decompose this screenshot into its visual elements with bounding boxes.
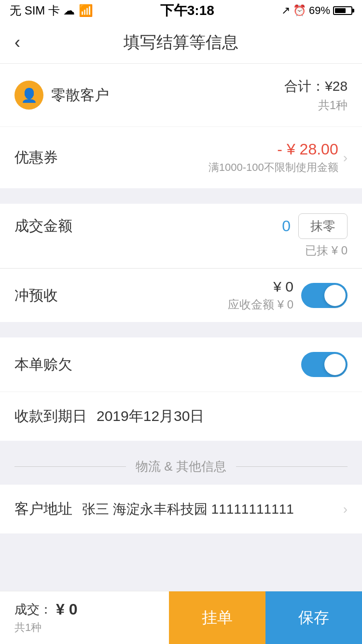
save-button[interactable]: 保存 [265,591,362,644]
status-time: 下午3:18 [160,1,214,20]
due-date-value: 2019年12月30日 [97,406,204,426]
prepay-toggle-knob [324,285,346,306]
prepay-right: ¥ 0 应收金额 ¥ 0 [228,279,348,312]
coupon-chevron-icon: › [343,150,348,166]
page-title: 填写结算等信息 [124,31,238,54]
deal-top-line: 成交金额 0 抹零 [14,213,348,239]
address-label: 客户地址 [14,499,72,519]
prepay-main: ¥ 0 [228,279,293,295]
debit-toggle-knob [324,354,346,375]
debit-label: 本单赊欠 [14,355,72,375]
section-divider-2 [0,330,362,337]
battery-percent: 69% [309,4,330,17]
customer-right: 合计：¥28 共1种 [284,77,348,113]
battery-body [333,6,352,15]
prepay-sub: 应收金额 ¥ 0 [228,297,293,312]
coupon-amount: - ¥ 28.00 [209,140,338,158]
coupon-desc: 满1000-100不限制使用金额 [209,160,338,175]
due-date-row[interactable]: 收款到期日 2019年12月30日 [0,392,362,441]
prepay-top: 冲预收 ¥ 0 应收金额 ¥ 0 [14,279,348,312]
address-value: 张三 海淀永丰科技园 11111111111 [82,500,343,518]
status-left: 无 SIM 卡 ☁ 📶 [10,3,93,18]
prepay-label: 冲预收 [14,286,58,306]
battery-fill [335,8,346,13]
prepay-toggle[interactable] [301,283,348,308]
customer-section: 👤 零散客户 合计：¥28 共1种 优惠券 - ¥ 28.00 满1000-10… [0,64,362,188]
content: 👤 零散客户 合计：¥28 共1种 优惠券 - ¥ 28.00 满1000-10… [0,64,362,599]
logistics-label: 物流 & 其他信息 [136,458,226,475]
status-bar: 无 SIM 卡 ☁ 📶 下午3:18 ↗ ⏰ 69% [0,0,362,21]
coupon-right: - ¥ 28.00 满1000-100不限制使用金额 › [209,140,348,175]
address-row[interactable]: 客户地址 张三 海淀永丰科技园 11111111111 › [0,485,362,533]
wifi-icon: 📶 [79,4,93,17]
sim-label: 无 SIM 卡 ☁ [10,3,75,18]
suspend-button[interactable]: 挂单 [169,591,265,644]
deal-amount-row: 成交金额 0 抹零 已抹 ¥ 0 [0,204,362,268]
deal-amount-right: 0 抹零 [282,213,348,239]
section-divider-1 [0,196,362,204]
bottom-deal-row: 成交： ¥ 0 [14,601,154,618]
due-date-label: 收款到期日 [14,406,87,426]
debit-toggle[interactable] [301,352,348,377]
prepay-values: ¥ 0 应收金额 ¥ 0 [228,279,293,312]
deal-sub: 已抹 ¥ 0 [14,243,348,258]
customer-row[interactable]: 👤 零散客户 合计：¥28 共1种 [0,64,362,126]
deal-amount-value[interactable]: 0 [282,217,291,235]
bottom-count: 共1种 [14,620,154,635]
coupon-info: - ¥ 28.00 满1000-100不限制使用金额 [209,140,338,175]
deal-amount-label: 成交金额 [14,216,72,236]
alarm-icon: ⏰ [293,4,306,17]
customer-left: 👤 零散客户 [14,81,109,110]
logistics-line-right [236,466,348,467]
debit-section: 本单赊欠 收款到期日 2019年12月30日 [0,337,362,441]
bottom-deal-label: 成交： [14,601,52,618]
bottom-bar: 成交： ¥ 0 共1种 挂单 保存 [0,591,362,644]
nav-bar: ‹ 填写结算等信息 [0,21,362,64]
avatar-icon: 👤 [21,87,38,103]
coupon-row[interactable]: 优惠券 - ¥ 28.00 满1000-100不限制使用金额 › [0,126,362,188]
address-chevron-icon: › [343,502,348,517]
battery-icon [333,6,352,15]
debit-row: 本单赊欠 [0,337,362,392]
deal-section: 成交金额 0 抹零 已抹 ¥ 0 冲预收 ¥ 0 应收金额 ¥ 0 [0,204,362,322]
customer-name: 零散客户 [51,85,109,105]
logistics-line-left [14,466,126,467]
bottom-info: 成交： ¥ 0 共1种 [0,601,169,635]
back-button[interactable]: ‹ [14,32,20,53]
logistics-header: 物流 & 其他信息 [0,448,362,485]
customer-count: 共1种 [284,98,348,113]
bottom-deal-amount: ¥ 0 [56,601,77,618]
customer-total: 合计：¥28 [284,77,348,96]
round-zero-button[interactable]: 抹零 [298,213,348,239]
customer-avatar: 👤 [14,81,43,110]
prepay-row: 冲预收 ¥ 0 应收金额 ¥ 0 [0,268,362,322]
status-right: ↗ ⏰ 69% [281,4,352,17]
address-section: 客户地址 张三 海淀永丰科技园 11111111111 › [0,485,362,533]
location-icon: ↗ [281,4,290,17]
coupon-label: 优惠券 [14,148,58,168]
